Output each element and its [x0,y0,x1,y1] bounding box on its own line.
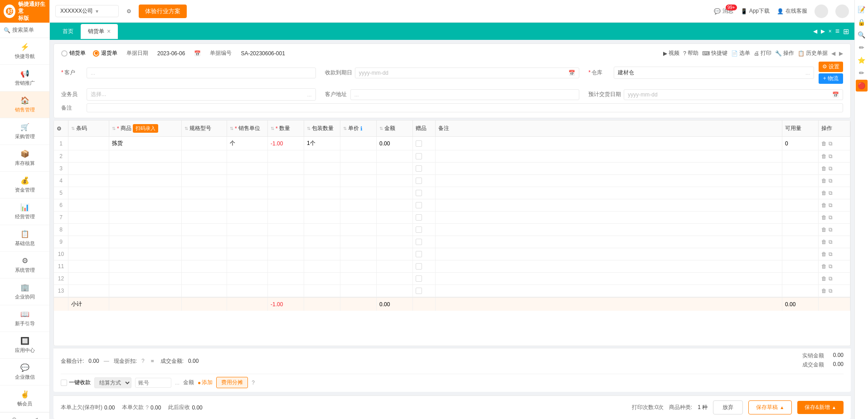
warehouse-input[interactable]: 建材仓 ... [614,67,814,79]
tab-sales-order[interactable]: 销货单 × [81,24,118,39]
sidebar-item-guide[interactable]: 📖 新手引导 [0,305,49,332]
window-close-icon[interactable]: × [829,28,832,34]
td-unit-1[interactable]: 个 [227,137,268,150]
help-btn[interactable]: ? 帮助 [683,49,698,57]
sidebar-item-vip[interactable]: ✌ 畅会员 [0,385,49,412]
td-amount-2[interactable] [377,150,413,162]
td-gift-1[interactable] [413,137,436,150]
logistics-button[interactable]: + 物流 [819,73,843,84]
window-maximize-icon[interactable]: ▶ [821,28,825,34]
td-remark-2[interactable] [436,150,782,162]
notification-button[interactable]: 💬 消息 99+ [714,7,733,15]
panel-search-icon[interactable]: 🔍 [856,29,868,41]
sidebar-item-finance[interactable]: 💰 资金管理 [0,172,49,198]
one-click-payment-checkbox[interactable]: 一键收款 [61,379,91,386]
help-icon2[interactable]: ? [145,405,149,411]
sidebar-item-quick-nav[interactable]: ⚡ 快捷导航 [0,38,49,65]
td-goods-1[interactable]: 拣货 [109,137,182,150]
window-minimize-icon[interactable]: ◀ [813,28,817,34]
sidebar-item-sales[interactable]: 🏠 销售管理 [0,92,49,118]
delete-icon-1[interactable]: 🗑 [821,140,827,147]
add-payment-button[interactable]: ● 添加 [198,379,213,386]
panel-orange-icon[interactable]: 🔴 [856,80,868,92]
calendar-icon[interactable]: 📅 [194,50,201,57]
sort-icon7[interactable]: ⇅ [343,126,347,131]
td-price-1[interactable] [340,137,377,150]
app-download-button[interactable]: 📱 App下载 [741,7,770,15]
sidebar-item-purchase[interactable]: 🛒 采购管理 [0,118,49,145]
td-pkgqty-2[interactable] [304,150,340,162]
company-selector[interactable]: XXXXXX公司 ▾ [55,5,119,17]
gift-checkbox-1[interactable] [416,140,422,147]
sort-icon2[interactable]: ⇅ [112,126,116,131]
print-btn[interactable]: 🖨 打印 [754,49,771,57]
nav-next-icon[interactable]: ▶ [839,50,843,57]
salesperson-input[interactable]: 选择... ... [87,88,316,101]
sidebar-item-system[interactable]: ⚙ 系统管理 [0,252,49,279]
view-toggle-grid[interactable]: ⊞ [843,27,849,36]
settings-button[interactable]: ⚙ 设置 [819,62,843,72]
radio-return-order[interactable]: 退货单 [93,49,117,57]
nav-prev-icon[interactable]: ◀ [831,50,835,57]
radio-sales-order[interactable]: 销货单 [61,49,86,57]
due-date-input[interactable]: yyyy-mm-dd 📅 [355,67,580,78]
td-spec-2[interactable] [182,150,227,162]
shortcut-btn[interactable]: ⌨ 快捷键 [702,49,727,57]
sort-icon6[interactable]: ⇅ [307,126,310,131]
copy-icon-2[interactable]: ⧉ [829,153,833,159]
sort-icon5[interactable]: ⇅ [271,126,274,131]
operate-btn[interactable]: 🔧 操作 [775,49,794,57]
sidebar-item-marketing[interactable]: 📢 营销推广 [0,65,49,92]
save-new-button[interactable]: 保存&新增 ▲ [797,401,844,414]
sort-icon3[interactable]: ⇅ [184,126,188,131]
td-qty-1[interactable]: -1.00 [268,137,304,150]
sort-icon8[interactable]: ⇅ [379,126,383,131]
history-btn[interactable]: 📋 历史单据 [798,49,828,57]
sidebar-settings-icon[interactable]: ⚙ [12,416,17,419]
remarks-input[interactable] [87,103,843,112]
sort-icon4[interactable]: ⇅ [230,126,233,131]
sidebar-item-inventory[interactable]: 📦 库存核算 [0,145,49,172]
save-draft-button[interactable]: 保存草稿 ▲ [748,400,792,414]
td-price-2[interactable] [340,150,377,162]
customer-input[interactable]: ... [87,67,316,78]
select-btn[interactable]: 📄 选单 [731,49,750,57]
price-info-icon[interactable]: ℹ [360,125,363,132]
delete-icon-2[interactable]: 🗑 [821,153,827,159]
view-toggle-list[interactable]: ≡ [835,27,839,35]
td-amount-1[interactable]: 0.00 [377,137,413,150]
panel-note-icon[interactable]: 📝 [856,4,868,15]
user-avatar2[interactable] [835,5,849,18]
gift-checkbox-2[interactable] [416,153,422,159]
sidebar-item-appstore[interactable]: 🔲 应用中心 [0,332,49,359]
calc-method-select[interactable]: 结算方式 [94,377,131,388]
td-gift-2[interactable] [413,150,436,162]
customer-addr-input[interactable]: ... [350,89,580,100]
sidebar-collapse-icon[interactable]: ◀ [34,416,38,419]
td-unit-2[interactable] [227,150,268,162]
tab-close-icon[interactable]: × [107,28,111,35]
user-avatar[interactable] [815,5,828,18]
sort-icon[interactable]: ⇅ [71,126,75,131]
search-menu[interactable]: 🔍 搜索菜单 [0,23,49,38]
expected-date-input[interactable]: yyyy-mm-dd 📅 [624,89,843,100]
discard-button[interactable]: 放弃 [713,400,743,414]
td-qty-2[interactable] [268,150,304,162]
panel-pen-icon[interactable]: ✏ [856,67,868,79]
sidebar-item-operations[interactable]: 📊 经营管理 [0,198,49,225]
fee-help-icon[interactable]: ? [252,380,255,386]
td-barcode-2[interactable] [68,150,109,162]
panel-lock-icon[interactable]: 🔒 [856,16,868,28]
td-pkgqty-1[interactable]: 1个 [304,137,340,150]
trial-button[interactable]: 体验行业方案 [139,5,187,18]
copy-icon-1[interactable]: ⧉ [829,140,833,147]
td-barcode-1[interactable] [68,137,109,150]
account-input[interactable] [135,378,171,388]
scan-button[interactable]: 扫码录入 [133,124,158,133]
sidebar-item-wechat[interactable]: 💬 企业微信 [0,359,49,385]
th-settings[interactable]: ⚙ [54,120,68,136]
sidebar-item-enterprise[interactable]: 🏢 企业协同 [0,279,49,305]
td-spec-1[interactable] [182,137,227,150]
tab-home[interactable]: 首页 [55,24,81,39]
gear-button[interactable]: ⚙ [122,5,135,18]
